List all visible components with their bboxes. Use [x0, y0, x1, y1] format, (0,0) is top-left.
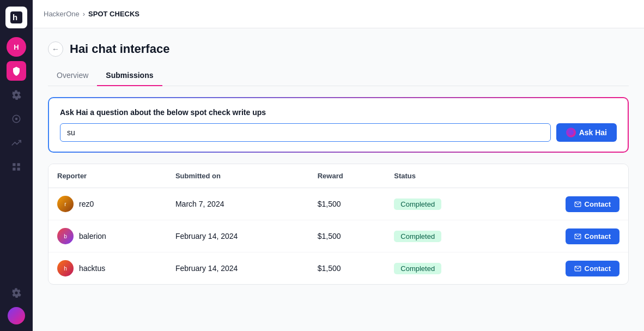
cell-action-2: Contact [501, 220, 628, 252]
sidebar-user-initial[interactable]: H [7, 37, 26, 57]
cell-reporter-3: h hacktus [48, 252, 167, 285]
col-status: Status [385, 164, 501, 188]
cell-reward-3: $1,500 [309, 252, 386, 285]
contact-label-1: Contact [585, 200, 611, 208]
page-header: ← Hai chat interface [48, 41, 629, 57]
sidebar: h H [0, 0, 33, 331]
main-content: HackerOne › SPOT CHECKS ← Hai chat inter… [33, 0, 644, 331]
breadcrumb-current: SPOT CHECKS [88, 10, 139, 18]
contact-button-3[interactable]: Contact [566, 261, 619, 276]
svg-text:h: h [13, 13, 17, 22]
reporter-name-2: balerion [79, 232, 106, 240]
contact-label-2: Contact [585, 232, 611, 240]
svg-rect-4 [13, 163, 15, 166]
mail-icon-2 [574, 233, 581, 240]
ask-hai-button[interactable]: Ask Hai [556, 123, 617, 142]
table-row: r rez0 March 7, 2024 $1,500 Completed [48, 188, 628, 220]
breadcrumb: HackerOne › SPOT CHECKS [44, 10, 139, 18]
hai-input[interactable] [60, 123, 551, 142]
cell-status-2: Completed [385, 220, 501, 252]
cell-date-2: February 14, 2024 [167, 220, 309, 252]
sidebar-item-grid[interactable] [7, 157, 26, 177]
cell-reporter-2: b balerion [48, 220, 167, 252]
table-body: r rez0 March 7, 2024 $1,500 Completed [48, 188, 628, 285]
svg-rect-5 [17, 163, 20, 166]
mail-icon [574, 201, 581, 208]
svg-rect-7 [17, 168, 20, 171]
avatar-rez0: r [57, 196, 74, 212]
svg-rect-6 [13, 168, 15, 171]
table-row: h hacktus February 14, 2024 $1,500 Compl… [48, 252, 628, 285]
cell-date-1: March 7, 2024 [167, 188, 309, 220]
submissions-table: Reporter Submitted on Reward Status r [48, 164, 628, 284]
sidebar-item-shield[interactable] [7, 61, 26, 81]
page-title: Hai chat interface [70, 42, 169, 56]
sidebar-item-analytics[interactable] [7, 109, 26, 129]
cell-action-1: Contact [501, 188, 628, 220]
reporter-name-1: rez0 [79, 200, 94, 208]
cell-status-1: Completed [385, 188, 501, 220]
svg-point-3 [15, 118, 18, 121]
status-badge-1: Completed [394, 198, 441, 210]
avatar-balerion: b [57, 228, 74, 244]
hai-btn-icon [566, 128, 576, 137]
sidebar-logo: h [5, 7, 27, 28]
cell-reward-2: $1,500 [309, 220, 386, 252]
topbar: HackerOne › SPOT CHECKS [33, 0, 644, 28]
current-user-avatar[interactable] [8, 307, 25, 324]
sidebar-bottom [7, 283, 26, 324]
contact-label-3: Contact [585, 264, 611, 273]
page-content: ← Hai chat interface Overview Submission… [33, 28, 644, 331]
breadcrumb-home[interactable]: HackerOne [44, 10, 80, 18]
col-reporter: Reporter [48, 164, 167, 188]
col-submitted-on: Submitted on [167, 164, 309, 188]
col-action [501, 164, 628, 188]
cell-date-3: February 14, 2024 [167, 252, 309, 285]
submissions-table-card: Reporter Submitted on Reward Status r [48, 164, 629, 285]
table-header: Reporter Submitted on Reward Status [48, 164, 628, 188]
sidebar-settings[interactable] [7, 283, 26, 303]
sidebar-item-chart[interactable] [7, 133, 26, 153]
ask-hai-label: Ask Hai [579, 128, 607, 137]
status-badge-2: Completed [394, 231, 441, 242]
svg-point-8 [568, 130, 574, 135]
contact-button-1[interactable]: Contact [566, 196, 619, 212]
cell-reward-1: $1,500 [309, 188, 386, 220]
col-reward: Reward [309, 164, 386, 188]
hai-label: Ask Hai a question about the below spot … [60, 108, 617, 117]
tab-overview[interactable]: Overview [48, 65, 97, 86]
cell-reporter-1: r rez0 [48, 188, 167, 220]
hai-question-box: Ask Hai a question about the below spot … [48, 97, 629, 153]
tabs-container: Overview Submissions [48, 65, 629, 86]
hai-box-inner: Ask Hai a question about the below spot … [49, 98, 628, 152]
table-row: b balerion February 14, 2024 $1,500 Comp… [48, 220, 628, 252]
sidebar-item-gear[interactable] [7, 85, 26, 105]
cell-action-3: Contact [501, 252, 628, 285]
contact-button-2[interactable]: Contact [566, 228, 619, 244]
cell-status-3: Completed [385, 252, 501, 285]
mail-icon-3 [574, 265, 581, 272]
breadcrumb-separator: › [83, 10, 85, 18]
hai-input-row: Ask Hai [60, 123, 617, 142]
tab-submissions[interactable]: Submissions [97, 65, 162, 86]
reporter-name-3: hacktus [79, 264, 105, 273]
avatar-hacktus: h [57, 260, 74, 276]
back-button[interactable]: ← [48, 41, 63, 57]
status-badge-3: Completed [394, 263, 441, 274]
